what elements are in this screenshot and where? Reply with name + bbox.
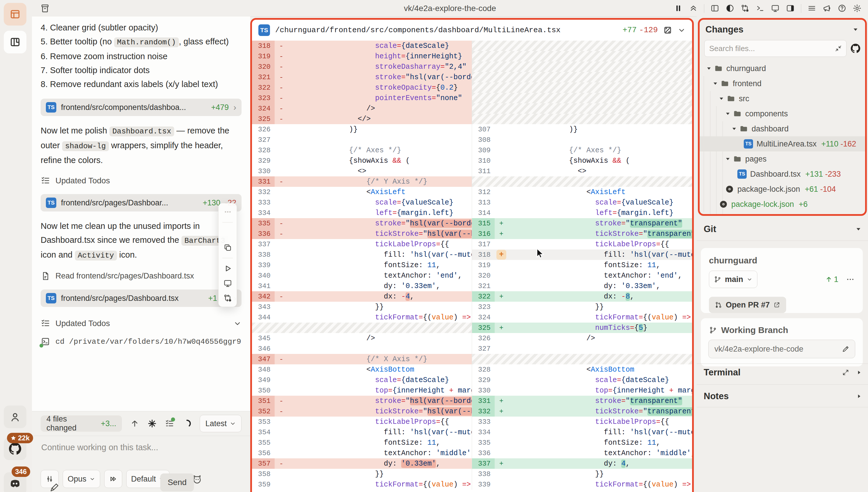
file-search[interactable] — [704, 40, 846, 57]
collapse-up-icon[interactable] — [689, 4, 698, 13]
diff-marker — [495, 385, 508, 396]
diff-marker: - — [275, 114, 288, 124]
terminal-command-row[interactable]: cd /private/var/folders/10/h7w0q46556ggr… — [41, 337, 241, 346]
diff-cell: 322+dx: -8, — [472, 291, 692, 302]
tree-item-package-lock-json[interactable]: package-lock.json+6 — [700, 197, 865, 212]
model-dropdown[interactable]: Opus — [63, 470, 100, 488]
pause-icon[interactable] — [674, 4, 683, 13]
tree-item-dashboard-tsx[interactable]: TSDashboard.tsx+131 -233 — [700, 167, 865, 181]
file-chip-dashboard-partial[interactable]: TS frontend/src/pages/Dashboar... +130 -… — [41, 194, 241, 212]
chevron-down-icon[interactable] — [712, 80, 719, 87]
add-comment-button[interactable]: + — [496, 250, 506, 260]
diff-counts: +61 -104 — [805, 185, 836, 194]
send-button[interactable]: Send — [160, 473, 194, 491]
copy-icon[interactable] — [223, 243, 232, 252]
diff-cell: 310{showAxis && ( — [472, 155, 692, 166]
layout-view-button[interactable] — [4, 3, 26, 26]
task-input[interactable] — [41, 442, 233, 452]
line-number: 320 — [472, 270, 495, 281]
line-number: 356 — [252, 448, 275, 458]
tree-item-multilinearea-tsx[interactable]: TSMultiLineArea.tsx+110 -162 — [700, 136, 865, 151]
branch-dropdown[interactable]: main — [709, 271, 757, 288]
monitor-icon[interactable] — [223, 279, 232, 288]
chevron-down-icon[interactable] — [731, 125, 738, 132]
file-chip-multilinearea[interactable]: TS frontend/src/components/dashboa... +4… — [41, 99, 241, 116]
chevron-down-icon[interactable] — [724, 155, 731, 163]
diff-cell: 320-strokeDasharray="2,4" — [252, 62, 472, 72]
tree-item-src[interactable]: src — [700, 91, 865, 106]
edit-icon[interactable] — [842, 345, 850, 353]
search-input[interactable] — [709, 44, 835, 53]
diff-marker — [275, 469, 288, 479]
git-compare-icon[interactable] — [223, 294, 232, 302]
branch-name-input[interactable] — [714, 344, 842, 354]
drag-dots-icon[interactable] — [223, 207, 232, 216]
latest-dropdown[interactable]: Latest — [200, 415, 241, 432]
diff-marker: + — [495, 406, 508, 417]
collapse-tree-icon[interactable] — [835, 45, 842, 52]
tree-item-pages[interactable]: pages — [700, 151, 865, 167]
working-branch-input[interactable] — [708, 340, 855, 358]
account-button[interactable] — [4, 405, 26, 428]
pen-icon[interactable] — [49, 483, 59, 492]
split-diff-icon[interactable] — [223, 228, 232, 237]
terminal-icon[interactable] — [756, 4, 765, 13]
tree-item-frontend[interactable]: frontend — [700, 76, 865, 91]
diff-marker — [275, 134, 288, 145]
notes-section-header[interactable]: Notes — [704, 389, 862, 404]
more-options-icon[interactable] — [846, 275, 855, 284]
menu-icon[interactable] — [807, 4, 816, 13]
github-icon[interactable] — [850, 44, 861, 53]
fast-forward-button[interactable] — [104, 470, 122, 488]
chevron-down-icon[interactable] — [233, 319, 241, 327]
scroll-up-icon[interactable] — [130, 419, 139, 428]
code-line: tickFormat={(value) => formatValue(value… — [288, 479, 472, 490]
split-diff-icon[interactable] — [663, 26, 672, 35]
tree-item-package-lock-json[interactable]: package-lock.json+61 -104 — [700, 181, 865, 197]
chevron-right-icon[interactable] — [856, 393, 862, 399]
git-compare-icon[interactable] — [741, 4, 750, 13]
code-line — [288, 343, 472, 354]
play-icon[interactable] — [223, 264, 232, 273]
git-section-header[interactable]: Git — [704, 221, 862, 237]
open-pr-button[interactable]: Open PR #7 — [709, 297, 786, 313]
file-chip-dashboard[interactable]: TS frontend/src/pages/Dashboard.tsx +1 -… — [41, 290, 241, 307]
chevron-down-icon[interactable] — [718, 95, 725, 102]
collapse-section-icon[interactable] — [852, 26, 859, 33]
chevron-down-icon[interactable] — [724, 110, 731, 117]
help-icon[interactable] — [838, 4, 846, 13]
code-line: fontSize: 11, — [288, 260, 472, 270]
contrast-icon[interactable] — [725, 4, 734, 13]
collapse-section-icon[interactable] — [855, 225, 862, 233]
chevron-right-icon[interactable] — [856, 369, 862, 376]
chevron-down-icon[interactable] — [678, 26, 686, 34]
monitor-icon[interactable] — [771, 4, 780, 13]
panel-left-icon[interactable] — [710, 4, 719, 13]
chevron-down-icon[interactable] — [705, 65, 712, 72]
asterisk-icon[interactable] — [147, 419, 157, 428]
settings-icon[interactable] — [852, 4, 862, 13]
updated-todos-row[interactable]: Updated Todos — [41, 176, 241, 186]
tree-item-dashboard[interactable]: dashboard — [700, 121, 865, 136]
folder-icon — [721, 79, 729, 88]
megaphone-icon[interactable] — [822, 4, 831, 13]
right-panel: Changes churnguardfrontendsrccomponentsd… — [697, 17, 868, 492]
read-file-row[interactable]: Read frontend/src/pages/Dashboard.tsx — [41, 271, 241, 281]
kanban-view-button[interactable] — [4, 31, 26, 53]
diff-row: 321-stroke="hsl(var(--border))" — [252, 72, 692, 82]
tree-item-churnguard[interactable]: churnguard — [700, 61, 865, 76]
line-number: 332 — [472, 406, 495, 417]
updated-todos-row-2[interactable]: Updated Todos — [41, 319, 241, 328]
line-number: 318 — [252, 41, 275, 51]
diff-row: 319-height={innerHeight} — [252, 51, 692, 62]
tree-item-components[interactable]: components — [700, 106, 865, 121]
diff-marker — [495, 260, 508, 270]
code-line: dy: '0.33em', — [508, 281, 692, 291]
panel-right-icon[interactable] — [786, 4, 795, 13]
toolbar-separator — [801, 4, 801, 13]
line-number: 344 — [252, 312, 275, 323]
files-changed-chip[interactable]: 4 files changed +3... — [41, 415, 122, 432]
expand-icon[interactable] — [842, 369, 849, 376]
todos-status-icon[interactable] — [165, 419, 174, 428]
terminal-section-header[interactable]: Terminal — [704, 365, 862, 380]
